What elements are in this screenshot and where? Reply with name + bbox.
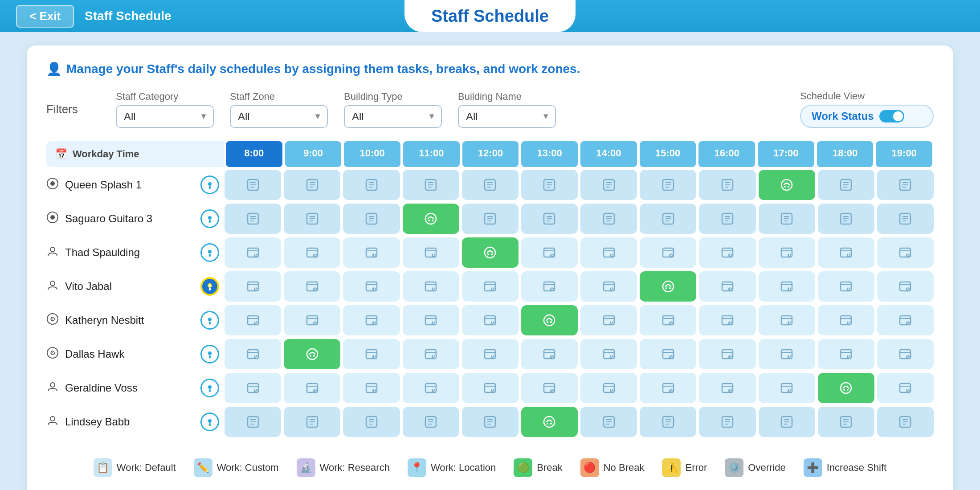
time-cell[interactable] bbox=[462, 373, 519, 403]
time-cell[interactable] bbox=[521, 373, 578, 403]
time-cell[interactable] bbox=[580, 237, 637, 268]
time-cell[interactable] bbox=[759, 339, 815, 369]
time-cell[interactable] bbox=[818, 373, 874, 403]
time-cell[interactable] bbox=[462, 305, 519, 335]
time-cell[interactable] bbox=[699, 339, 755, 369]
time-cell[interactable] bbox=[699, 170, 755, 200]
time-cell[interactable] bbox=[580, 170, 637, 200]
location-button[interactable] bbox=[200, 412, 219, 431]
time-cell[interactable] bbox=[403, 204, 459, 234]
time-cell[interactable] bbox=[580, 373, 637, 403]
time-cell[interactable] bbox=[580, 305, 637, 335]
schedule-view-pill[interactable]: Work Status bbox=[800, 105, 934, 128]
time-cell[interactable] bbox=[699, 271, 755, 302]
staff-category-select[interactable]: All Full-Time Part-Time Seasonal bbox=[116, 105, 214, 128]
time-cell[interactable] bbox=[759, 373, 815, 403]
time-cell[interactable] bbox=[225, 237, 281, 268]
time-cell[interactable] bbox=[225, 339, 281, 369]
time-cell[interactable] bbox=[343, 373, 400, 403]
time-cell[interactable] bbox=[403, 373, 459, 403]
time-cell[interactable] bbox=[699, 407, 755, 437]
time-cell[interactable] bbox=[284, 237, 340, 268]
building-type-select[interactable]: All Indoor Outdoor Hybrid bbox=[344, 105, 442, 128]
time-cell[interactable] bbox=[462, 339, 519, 369]
time-cell[interactable] bbox=[580, 339, 637, 369]
time-cell[interactable] bbox=[225, 204, 281, 234]
time-cell[interactable] bbox=[699, 373, 755, 403]
time-cell[interactable] bbox=[640, 373, 696, 403]
time-cell[interactable] bbox=[877, 204, 934, 234]
location-button[interactable] bbox=[200, 176, 219, 194]
time-cell[interactable] bbox=[343, 305, 400, 335]
time-cell[interactable] bbox=[640, 237, 696, 268]
time-cell[interactable] bbox=[759, 204, 815, 234]
building-name-select[interactable]: All Building A Building B Building C bbox=[458, 105, 556, 128]
time-cell[interactable] bbox=[225, 373, 281, 403]
time-cell[interactable] bbox=[877, 339, 934, 369]
time-cell[interactable] bbox=[640, 407, 696, 437]
time-cell[interactable] bbox=[403, 237, 459, 268]
location-button[interactable] bbox=[200, 379, 219, 397]
time-cell[interactable] bbox=[521, 271, 578, 302]
time-cell[interactable] bbox=[818, 305, 874, 335]
time-cell[interactable] bbox=[699, 237, 755, 268]
time-cell[interactable] bbox=[462, 237, 519, 268]
time-cell[interactable] bbox=[699, 305, 755, 335]
time-cell[interactable] bbox=[640, 271, 696, 302]
time-cell[interactable] bbox=[580, 204, 637, 234]
location-button[interactable] bbox=[200, 209, 219, 228]
time-cell[interactable] bbox=[284, 407, 340, 437]
time-cell[interactable] bbox=[403, 271, 459, 302]
time-cell[interactable] bbox=[521, 339, 578, 369]
time-cell[interactable] bbox=[284, 373, 340, 403]
time-cell[interactable] bbox=[877, 271, 934, 302]
time-cell[interactable] bbox=[759, 305, 815, 335]
time-cell[interactable] bbox=[462, 204, 519, 234]
time-cell[interactable] bbox=[640, 204, 696, 234]
location-button[interactable] bbox=[200, 311, 219, 330]
staff-zone-select[interactable]: All Zone A Zone B Zone C bbox=[230, 105, 328, 128]
time-cell[interactable] bbox=[818, 237, 874, 268]
time-cell[interactable] bbox=[284, 204, 340, 234]
time-cell[interactable] bbox=[521, 407, 578, 437]
time-cell[interactable] bbox=[284, 339, 340, 369]
location-button[interactable] bbox=[200, 277, 219, 296]
time-cell[interactable] bbox=[403, 170, 459, 200]
time-cell[interactable] bbox=[225, 305, 281, 335]
time-cell[interactable] bbox=[343, 237, 400, 268]
time-cell[interactable] bbox=[759, 237, 815, 268]
location-button[interactable] bbox=[200, 243, 219, 262]
time-cell[interactable] bbox=[877, 407, 934, 437]
time-cell[interactable] bbox=[343, 170, 400, 200]
time-cell[interactable] bbox=[640, 339, 696, 369]
time-cell[interactable] bbox=[462, 271, 519, 302]
time-cell[interactable] bbox=[521, 305, 578, 335]
time-cell[interactable] bbox=[284, 170, 340, 200]
time-cell[interactable] bbox=[462, 170, 519, 200]
time-cell[interactable] bbox=[759, 170, 815, 200]
time-cell[interactable] bbox=[640, 170, 696, 200]
time-cell[interactable] bbox=[343, 407, 400, 437]
time-cell[interactable] bbox=[759, 407, 815, 437]
time-cell[interactable] bbox=[403, 407, 459, 437]
time-cell[interactable] bbox=[877, 237, 934, 268]
time-cell[interactable] bbox=[818, 339, 874, 369]
time-cell[interactable] bbox=[343, 204, 400, 234]
time-cell[interactable] bbox=[818, 407, 874, 437]
time-cell[interactable] bbox=[225, 271, 281, 302]
time-cell[interactable] bbox=[877, 373, 934, 403]
time-cell[interactable] bbox=[818, 271, 874, 302]
time-cell[interactable] bbox=[403, 339, 459, 369]
location-button[interactable] bbox=[200, 345, 219, 363]
time-cell[interactable] bbox=[225, 170, 281, 200]
time-cell[interactable] bbox=[521, 170, 578, 200]
time-cell[interactable] bbox=[462, 407, 519, 437]
time-cell[interactable] bbox=[343, 271, 400, 302]
time-cell[interactable] bbox=[225, 407, 281, 437]
time-cell[interactable] bbox=[521, 204, 578, 234]
time-cell[interactable] bbox=[759, 271, 815, 302]
time-cell[interactable] bbox=[521, 237, 578, 268]
time-cell[interactable] bbox=[818, 170, 874, 200]
time-cell[interactable] bbox=[699, 204, 755, 234]
time-cell[interactable] bbox=[343, 339, 400, 369]
